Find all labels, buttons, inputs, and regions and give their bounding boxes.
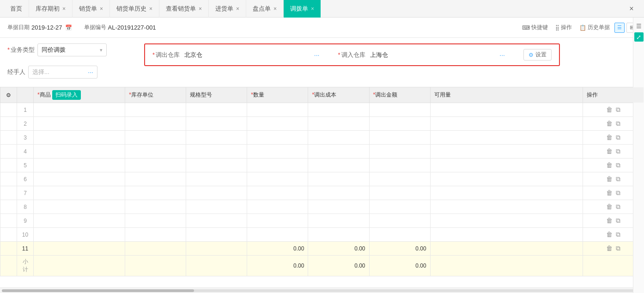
- row-cost-cell[interactable]: [308, 145, 369, 159]
- row-cost-cell[interactable]: [308, 131, 369, 145]
- row-spec-cell[interactable]: [186, 159, 247, 172]
- row-unit-cell[interactable]: [125, 145, 186, 159]
- tab-purchase-order[interactable]: 进货单×: [209, 0, 246, 18]
- row-qty-cell[interactable]: [247, 131, 308, 145]
- shortcut-button[interactable]: ⌨ 快捷键: [519, 23, 551, 32]
- row-qty-cell[interactable]: [247, 172, 308, 186]
- business-type-select[interactable]: 同价调拨 ▾: [37, 43, 107, 56]
- copy-icon[interactable]: ⧉: [616, 106, 620, 113]
- row-qty-cell[interactable]: [247, 117, 308, 131]
- row-qty-cell[interactable]: [247, 214, 308, 228]
- row-amount-cell[interactable]: [369, 117, 430, 131]
- delete-icon[interactable]: 🗑: [606, 231, 613, 238]
- row-cost-cell[interactable]: [308, 214, 369, 228]
- delete-icon[interactable]: 🗑: [606, 161, 613, 169]
- row-amount-cell[interactable]: [369, 145, 430, 159]
- copy-icon[interactable]: ⧉: [616, 203, 620, 210]
- list-view-button[interactable]: ☰: [614, 23, 625, 33]
- delete-icon[interactable]: 🗑: [606, 244, 613, 252]
- delete-icon[interactable]: 🗑: [606, 134, 613, 141]
- tab-sales-history[interactable]: 销货单历史×: [110, 0, 159, 18]
- handler-select[interactable]: 选择... ···: [28, 66, 97, 79]
- window-close-button[interactable]: ×: [623, 0, 640, 18]
- tab-view-sales[interactable]: 查看销货单×: [159, 0, 209, 18]
- copy-icon[interactable]: ⧉: [616, 120, 620, 127]
- row-spec-cell[interactable]: [186, 145, 247, 159]
- tab-close-purchase-order[interactable]: ×: [236, 6, 239, 12]
- row-unit-cell[interactable]: [125, 228, 186, 242]
- row-product-cell[interactable]: [34, 172, 125, 186]
- row-unit-cell[interactable]: [125, 186, 186, 200]
- row-product-cell[interactable]: [34, 103, 125, 117]
- row-cost-cell[interactable]: [308, 228, 369, 242]
- tab-close-inventory-init[interactable]: ×: [62, 6, 66, 12]
- tab-close-view-sales[interactable]: ×: [199, 6, 202, 12]
- row-amount-cell[interactable]: [369, 228, 430, 242]
- row-unit-cell[interactable]: [125, 117, 186, 131]
- row-qty-cell[interactable]: [247, 145, 308, 159]
- row-unit-cell[interactable]: [125, 214, 186, 228]
- row-unit-cell[interactable]: [125, 131, 186, 145]
- row-cost-cell[interactable]: [308, 200, 369, 214]
- row-product-cell[interactable]: [34, 159, 125, 172]
- delete-icon[interactable]: 🗑: [606, 147, 613, 155]
- row-cost-cell[interactable]: [308, 103, 369, 117]
- row-unit-cell[interactable]: [125, 200, 186, 214]
- row-unit-cell[interactable]: [125, 103, 186, 117]
- warehouse-in-more-icon[interactable]: ···: [499, 51, 505, 59]
- row-qty-cell[interactable]: [247, 228, 308, 242]
- scan-button[interactable]: 扫码录入: [52, 90, 81, 100]
- row-spec-cell[interactable]: [186, 228, 247, 242]
- handler-more-icon[interactable]: ···: [88, 68, 93, 76]
- row-amount-cell[interactable]: [369, 103, 430, 117]
- row-spec-cell[interactable]: [186, 172, 247, 186]
- row-amount-cell[interactable]: [369, 186, 430, 200]
- row-unit-cell[interactable]: [125, 159, 186, 172]
- copy-icon[interactable]: ⧉: [616, 244, 620, 252]
- row-spec-cell[interactable]: [186, 103, 247, 117]
- row-product-cell[interactable]: [34, 200, 125, 214]
- row-product-cell[interactable]: [34, 186, 125, 200]
- row-cost-cell[interactable]: [308, 186, 369, 200]
- row-amount-cell[interactable]: [369, 172, 430, 186]
- delete-icon[interactable]: 🗑: [606, 106, 613, 113]
- row-amount-cell[interactable]: [369, 131, 430, 145]
- tab-home[interactable]: 首页: [4, 0, 29, 18]
- row-spec-cell[interactable]: [186, 131, 247, 145]
- sidebar-expand-icon[interactable]: ⤢: [634, 32, 644, 42]
- warehouse-out-more-icon[interactable]: ···: [314, 51, 320, 59]
- row-amount-cell[interactable]: [369, 214, 430, 228]
- tab-inventory-init[interactable]: 库存期初×: [29, 0, 73, 18]
- sidebar-list-icon[interactable]: ☰: [634, 21, 644, 31]
- row-product-cell[interactable]: [34, 117, 125, 131]
- row-product-cell[interactable]: [34, 228, 125, 242]
- copy-icon[interactable]: ⧉: [616, 189, 620, 196]
- tab-close-transfer-order[interactable]: ×: [311, 6, 314, 12]
- tab-sales-order[interactable]: 销货单×: [73, 0, 110, 18]
- ops-button[interactable]: ⣿ 操作: [553, 23, 575, 32]
- delete-icon[interactable]: 🗑: [606, 203, 613, 210]
- delete-icon[interactable]: 🗑: [606, 175, 613, 183]
- history-button[interactable]: 📋 历史单据: [577, 23, 613, 32]
- row-product-cell[interactable]: [34, 131, 125, 145]
- tab-close-sales-history[interactable]: ×: [149, 6, 152, 12]
- col-settings-header[interactable]: ⚙: [0, 87, 17, 103]
- row-unit-cell[interactable]: [125, 172, 186, 186]
- tab-transfer-order[interactable]: 调拨单×: [284, 0, 321, 18]
- copy-icon[interactable]: ⧉: [616, 217, 620, 224]
- tab-close-sales-order[interactable]: ×: [100, 6, 103, 12]
- row-qty-cell[interactable]: [247, 103, 308, 117]
- row-cost-cell[interactable]: [308, 117, 369, 131]
- row-qty-cell[interactable]: [247, 200, 308, 214]
- copy-icon[interactable]: ⧉: [616, 231, 620, 238]
- delete-icon[interactable]: 🗑: [606, 189, 613, 196]
- row-spec-cell[interactable]: [186, 117, 247, 131]
- row-qty-cell[interactable]: [247, 186, 308, 200]
- delete-icon[interactable]: 🗑: [606, 120, 613, 127]
- copy-icon[interactable]: ⧉: [616, 161, 620, 169]
- row-cost-cell[interactable]: [308, 159, 369, 172]
- row-amount-cell[interactable]: [369, 159, 430, 172]
- row-amount-cell[interactable]: [369, 200, 430, 214]
- delete-icon[interactable]: 🗑: [606, 217, 613, 224]
- table-wrapper[interactable]: ⚙ *商品 扫码录入 *库存单位 规格型号 *数量 *调出成本 *调出金额 可用…: [0, 87, 644, 287]
